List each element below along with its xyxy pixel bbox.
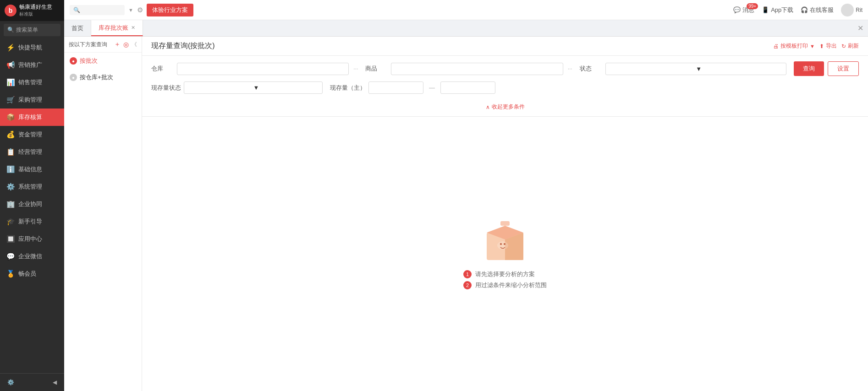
- sidebar-item-app-center[interactable]: 🔲 应用中心: [0, 230, 64, 248]
- print-btn[interactable]: 🖨 按模板打印 ▼: [773, 42, 815, 50]
- stock-qty-to-input[interactable]: [440, 81, 495, 94]
- warehouse-input[interactable]: [177, 63, 349, 75]
- svg-point-4: [500, 243, 502, 245]
- filter-row-2: 现存量状态 ▼ 现存量（主） —: [151, 81, 859, 94]
- brand-info: 畅康通好生意 标准版: [19, 4, 52, 17]
- experience-industry-btn[interactable]: 体验行业方案: [147, 4, 193, 16]
- brand-version: 标准版: [19, 11, 52, 17]
- filter-action-btns: 查询 设置: [794, 61, 859, 76]
- svg-point-5: [504, 243, 505, 245]
- target-scheme-icon[interactable]: ◎: [123, 41, 129, 48]
- page-header: 现存量查询(按批次) 🖨 按模板打印 ▼ ⬆ 导出 ↻ 刷新: [142, 37, 868, 56]
- user-avatar: [841, 4, 854, 16]
- headset-icon: 🎧: [801, 6, 808, 13]
- collapse-icon: ∧: [486, 104, 490, 110]
- sidebar-item-inventory[interactable]: 📦 库存核算: [0, 109, 64, 126]
- main-area: 🔍 ▼ ⚙ 体验行业方案 💬 消息 99+ 📱 App下载 🎧 在线客服 Rit: [64, 0, 868, 391]
- topbar-gear-icon[interactable]: ⚙: [137, 6, 143, 14]
- export-btn[interactable]: ⬆ 导出: [819, 42, 837, 50]
- step2-text: 用过滤条件来缩小分析范围: [475, 281, 547, 289]
- topbar-chevron-icon[interactable]: ▼: [128, 7, 133, 13]
- empty-step-2: 2 用过滤条件来缩小分析范围: [463, 281, 547, 289]
- status-filter-group: 状态 ▼: [580, 63, 786, 75]
- filter-area: 仓库 ··· 商品 ··· 状态 ▼: [142, 56, 868, 117]
- messages-btn[interactable]: 💬 消息 99+: [733, 6, 754, 14]
- sidebar-item-finance[interactable]: 💰 资金管理: [0, 126, 64, 143]
- tabbar: 首页 库存批次账 ✕ ✕: [64, 20, 868, 37]
- by-warehouse-batch-icon: ●: [70, 74, 77, 81]
- content-area: 按以下方案查询 ＋ ◎ 《 ● 按批次 ● 按仓库+批次 现存量查询(按批次): [64, 37, 868, 391]
- sales-icon: 📊: [6, 78, 15, 87]
- warehouse-label: 仓库: [151, 65, 174, 73]
- sidebar-item-enterprise[interactable]: 🏢 企业协同: [0, 196, 64, 213]
- step1-num: 1: [463, 270, 472, 278]
- step2-num: 2: [463, 281, 472, 289]
- stock-qty-dash: —: [426, 84, 438, 91]
- stock-qty-filter-group: 现存量（主） —: [330, 81, 501, 94]
- newbie-icon: 🎓: [6, 217, 15, 226]
- tab-close-btn[interactable]: ✕: [131, 25, 135, 31]
- collapse-sidebar-btn[interactable]: ◀: [51, 377, 59, 387]
- add-scheme-icon[interactable]: ＋: [114, 40, 121, 49]
- stock-qty-from-input[interactable]: [368, 81, 423, 94]
- sidebar-footer: ⚙️ ◀: [0, 373, 64, 391]
- tab-home[interactable]: 首页: [64, 20, 91, 36]
- print-chevron-icon: ▼: [810, 43, 815, 49]
- stock-status-label: 现存量状态: [151, 84, 181, 92]
- product-filter-group: 商品 ···: [365, 63, 572, 75]
- by-batch-icon: ●: [70, 57, 77, 65]
- message-icon: 💬: [733, 6, 741, 13]
- app-center-icon: 🔲: [6, 235, 15, 243]
- product-input[interactable]: [391, 63, 563, 75]
- stock-status-select[interactable]: ▼: [184, 81, 323, 94]
- sidebar-nav: ⚡ 快捷导航 📢 营销推广 📊 销售管理 🛒 采购管理 📦 库存核算 💰 资金管…: [0, 39, 64, 373]
- online-service-btn[interactable]: 🎧 在线客服: [801, 6, 834, 14]
- phone-icon: 📱: [762, 6, 769, 13]
- filter-row-1: 仓库 ··· 商品 ··· 状态 ▼: [151, 61, 859, 76]
- sidebar-item-system[interactable]: ⚙️ 系统管理: [0, 178, 64, 196]
- user-profile-btn[interactable]: Rit: [841, 4, 863, 16]
- collapse-panel-icon[interactable]: 《: [132, 41, 137, 49]
- enterprise-icon: 🏢: [6, 200, 15, 208]
- purchase-icon: 🛒: [6, 96, 15, 104]
- sidebar-item-quick-nav[interactable]: ⚡ 快捷导航: [0, 39, 64, 56]
- status-select[interactable]: ▼: [605, 63, 786, 75]
- topbar-search[interactable]: 🔍: [70, 5, 125, 15]
- warehouse-more-icon[interactable]: ···: [353, 65, 358, 72]
- query-btn[interactable]: 查询: [794, 61, 824, 76]
- search-menu[interactable]: 🔍 搜索菜单: [4, 24, 60, 36]
- sidebar-item-newbie[interactable]: 🎓 新手引导: [0, 213, 64, 230]
- topbar: 🔍 ▼ ⚙ 体验行业方案 💬 消息 99+ 📱 App下载 🎧 在线客服 Rit: [64, 0, 868, 20]
- topbar-search-icon: 🔍: [73, 7, 80, 13]
- search-icon: 🔍: [7, 27, 14, 33]
- empty-svg: [478, 219, 533, 265]
- page-header-actions: 🖨 按模板打印 ▼ ⬆ 导出 ↻ 刷新: [773, 42, 859, 50]
- sidebar-item-purchase[interactable]: 🛒 采购管理: [0, 91, 64, 109]
- sidebar-item-sales[interactable]: 📊 销售管理: [0, 74, 64, 91]
- app-download-btn[interactable]: 📱 App下载: [762, 6, 793, 14]
- sidebar-item-member[interactable]: 🏅 畅会员: [0, 265, 64, 282]
- refresh-icon: ↻: [841, 43, 846, 49]
- empty-state: 1 请先选择要分析的方案 2 用过滤条件来缩小分析范围: [142, 117, 868, 391]
- settings-footer-icon[interactable]: ⚙️: [5, 377, 16, 387]
- tab-close-right-btn[interactable]: ✕: [853, 24, 868, 33]
- left-panel-item-by-warehouse-batch[interactable]: ● 按仓库+批次: [64, 69, 142, 86]
- right-panel: 现存量查询(按批次) 🖨 按模板打印 ▼ ⬆ 导出 ↻ 刷新: [142, 37, 868, 391]
- quick-nav-icon: ⚡: [6, 43, 15, 52]
- brand-name: 畅康通好生意: [19, 4, 52, 11]
- sidebar-item-enterprise-wechat[interactable]: 💬 企业微信: [0, 248, 64, 265]
- tab-batch-ledger[interactable]: 库存批次账 ✕: [91, 20, 143, 36]
- empty-step-1: 1 请先选择要分析的方案: [463, 270, 547, 278]
- empty-steps: 1 请先选择要分析的方案 2 用过滤条件来缩小分析范围: [463, 270, 547, 289]
- enterprise-wechat-icon: 💬: [6, 252, 15, 261]
- step1-text: 请先选择要分析的方案: [475, 270, 535, 278]
- left-panel-item-by-batch[interactable]: ● 按批次: [64, 53, 142, 69]
- collapse-more-conditions[interactable]: ∧ 收起更多条件: [151, 99, 859, 111]
- svg-rect-6: [500, 221, 510, 226]
- refresh-btn[interactable]: ↻ 刷新: [841, 42, 859, 50]
- sidebar-item-operations[interactable]: 📋 经营管理: [0, 143, 64, 161]
- sidebar-item-basic-info[interactable]: ℹ️ 基础信息: [0, 161, 64, 178]
- product-more-icon[interactable]: ···: [568, 65, 572, 72]
- settings-btn[interactable]: 设置: [828, 61, 859, 76]
- sidebar-item-marketing[interactable]: 📢 营销推广: [0, 56, 64, 74]
